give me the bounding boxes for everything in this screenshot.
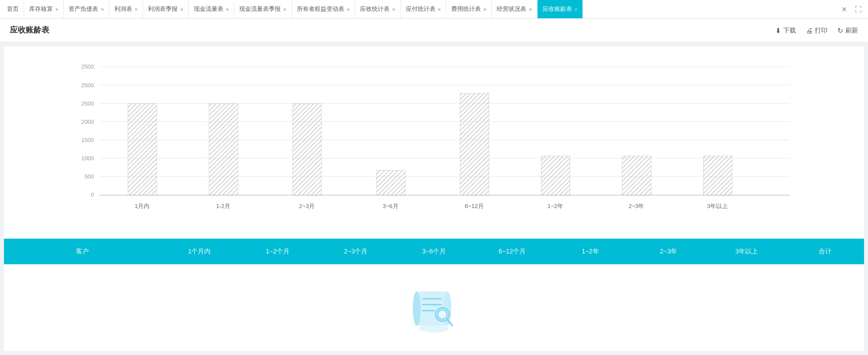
window-controls: ✕ ⛶ (838, 3, 866, 15)
svg-text:0: 0 (91, 191, 94, 198)
svg-text:2~3月: 2~3月 (299, 203, 315, 209)
chart-area: 2500 2500 2500 2000 1500 1000 500 0 (4, 46, 864, 239)
tab-close-ap-stats[interactable]: × (438, 6, 441, 12)
svg-text:1月内: 1月内 (135, 203, 149, 209)
tab-close-ar-aging[interactable]: × (575, 6, 578, 12)
svg-text:1000: 1000 (81, 155, 94, 161)
tab-cash-flow-quarterly[interactable]: 现金流量表季报× (234, 0, 291, 18)
bar-1-2-year (541, 156, 570, 196)
tab-bar: 首页库存核算×资产负债表×利润表×利润表季报×现金流量表×现金流量表季报×所有者… (0, 0, 868, 19)
tab-close-profit-quarterly[interactable]: × (180, 6, 183, 12)
bar-6-12-month (460, 93, 489, 195)
empty-state (4, 264, 864, 343)
page-title: 应收账龄表 (10, 25, 49, 36)
header-actions: ⬇ 下载 🖨 打印 ↻ 刷新 (775, 26, 858, 35)
svg-text:2~3年: 2~3年 (629, 203, 645, 209)
tab-equity-changes[interactable]: 所有者权益变动表× (292, 0, 355, 18)
bar-1-2-month (209, 104, 238, 196)
print-label: 打印 (815, 26, 828, 35)
svg-text:2500: 2500 (81, 82, 94, 88)
bar-2-3-year (622, 156, 651, 196)
tab-close-equity-changes[interactable]: × (347, 6, 350, 12)
page-header: 应收账龄表 ⬇ 下载 🖨 打印 ↻ 刷新 (0, 19, 868, 42)
tab-label-cash-flow: 现金流量表 (194, 5, 223, 13)
tab-close-operation-status[interactable]: × (529, 6, 532, 12)
table-header-cell-9: 合计 (786, 247, 864, 256)
tab-close-cash-flow-quarterly[interactable]: × (283, 6, 286, 12)
content-area: 2500 2500 2500 2000 1500 1000 500 0 (0, 42, 868, 355)
tab-label-ar-aging: 应收账龄表 (542, 5, 572, 13)
svg-text:2500: 2500 (81, 100, 94, 106)
bar-1-month (128, 104, 157, 196)
bar-chart: 2500 2500 2500 2000 1500 1000 500 0 (19, 56, 849, 229)
table-header-cell-0: 客户 (4, 247, 160, 256)
bar-3-6-month (376, 170, 405, 195)
svg-text:2500: 2500 (81, 63, 94, 70)
tab-close-profit[interactable]: × (135, 6, 138, 12)
tab-home[interactable]: 首页 (2, 0, 24, 18)
bar-2-3-month (293, 104, 322, 196)
svg-text:6~12月: 6~12月 (465, 203, 484, 209)
tab-close-inventory[interactable]: × (55, 6, 58, 12)
tab-inventory[interactable]: 库存核算× (24, 0, 64, 18)
svg-text:3~6月: 3~6月 (383, 203, 398, 209)
table-header-cell-2: 1~2个月 (239, 247, 317, 256)
tab-label-home: 首页 (7, 5, 19, 13)
tab-close-expense-stats[interactable]: × (483, 6, 486, 12)
empty-state-icon (407, 284, 461, 333)
table-header: 客户1个月内1~2个月2~3个月3~6个月6~12个月1~2年2~3年3年以上合… (4, 239, 864, 264)
tab-label-operation-status: 经营状况表 (497, 5, 526, 13)
maximize-button[interactable]: ⛶ (852, 3, 864, 15)
svg-point-28 (413, 291, 421, 326)
print-icon: 🖨 (806, 27, 813, 35)
table-header-cell-5: 6~12个月 (473, 247, 551, 256)
tab-label-inventory: 库存核算 (29, 5, 53, 13)
tab-label-equity-changes: 所有者权益变动表 (297, 5, 344, 13)
refresh-label: 刷新 (845, 26, 858, 35)
svg-text:3年以上: 3年以上 (707, 203, 728, 209)
tab-profit[interactable]: 利润表× (109, 0, 143, 18)
svg-text:500: 500 (84, 173, 94, 179)
table-header-cell-6: 1~2年 (551, 247, 630, 256)
tab-close-balance-sheet[interactable]: × (101, 6, 104, 12)
tab-close-ar-stats[interactable]: × (392, 6, 395, 12)
download-icon: ⬇ (775, 27, 781, 35)
tab-label-cash-flow-quarterly: 现金流量表季报 (239, 5, 281, 13)
tab-label-ar-stats: 应收统计表 (360, 5, 390, 13)
svg-text:1~2年: 1~2年 (547, 203, 563, 209)
svg-text:1-2月: 1-2月 (216, 203, 230, 209)
refresh-button[interactable]: ↻ 刷新 (837, 26, 858, 35)
tab-label-expense-stats: 费用统计表 (451, 5, 481, 13)
close-button[interactable]: ✕ (838, 3, 850, 15)
svg-point-34 (438, 310, 447, 319)
tab-balance-sheet[interactable]: 资产负债表× (64, 0, 109, 18)
tab-label-ap-stats: 应付统计表 (406, 5, 435, 13)
table-header-cell-1: 1个月内 (160, 247, 239, 256)
refresh-icon: ↻ (837, 27, 843, 35)
tab-label-profit-quarterly: 利润表季报 (148, 5, 178, 13)
svg-text:2000: 2000 (81, 118, 94, 125)
tab-label-balance-sheet: 资产负债表 (69, 5, 98, 13)
bar-3-plus-year (703, 156, 732, 196)
download-button[interactable]: ⬇ 下载 (775, 26, 796, 35)
print-button[interactable]: 🖨 打印 (806, 26, 828, 35)
tab-cash-flow[interactable]: 现金流量表× (189, 0, 234, 18)
tab-label-profit: 利润表 (114, 5, 132, 13)
download-label: 下载 (783, 26, 796, 35)
tab-ar-aging[interactable]: 应收账龄表× (538, 0, 583, 18)
svg-text:1500: 1500 (81, 137, 94, 143)
table-header-cell-7: 2~3年 (629, 247, 708, 256)
tab-ar-stats[interactable]: 应收统计表× (355, 0, 400, 18)
content-card: 2500 2500 2500 2000 1500 1000 500 0 (4, 46, 864, 351)
tab-operation-status[interactable]: 经营状况表× (492, 0, 537, 18)
tab-profit-quarterly[interactable]: 利润表季报× (143, 0, 188, 18)
tab-close-cash-flow[interactable]: × (226, 6, 229, 12)
table-header-cell-8: 3年以上 (708, 247, 786, 256)
app-wrapper: 首页库存核算×资产负债表×利润表×利润表季报×现金流量表×现金流量表季报×所有者… (0, 0, 868, 355)
tab-expense-stats[interactable]: 费用统计表× (446, 0, 492, 18)
tab-ap-stats[interactable]: 应付统计表× (401, 0, 446, 18)
table-header-cell-4: 3~6个月 (395, 247, 473, 256)
table-header-cell-3: 2~3个月 (317, 247, 395, 256)
